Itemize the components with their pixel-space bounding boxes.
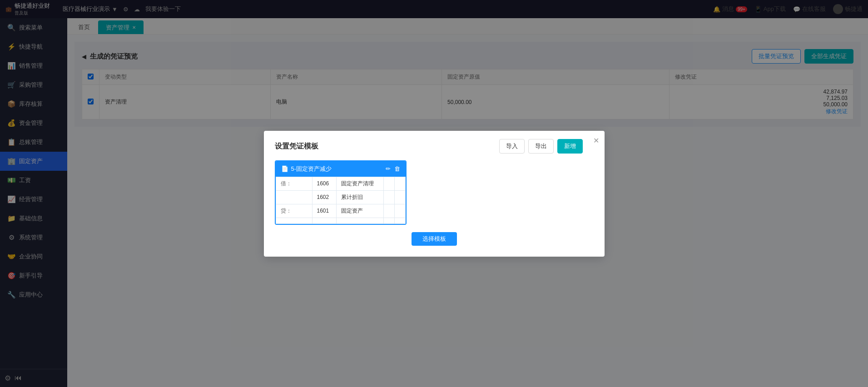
entry-debit-1 (384, 177, 395, 190)
entry-code-3: 1601 (312, 204, 337, 218)
select-template-btn[interactable]: 选择模板 (412, 232, 457, 246)
entry-credit-3 (394, 204, 405, 218)
modal-overlay: ✕ 设置凭证模板 导入 导出 新增 📄 5-固定资产减少 ✏ 🗑 (0, 0, 868, 387)
template-entry-row: 借： 1606 固定资产清理 (276, 177, 405, 190)
modal-close-btn[interactable]: ✕ (593, 136, 599, 145)
entry-credit-1 (394, 177, 405, 190)
template-entry-row: 1602 累计折旧 (276, 190, 405, 204)
entry-side-3: 贷： (276, 204, 312, 218)
entry-debit-2 (384, 190, 395, 204)
entry-name-1: 固定资产清理 (337, 177, 384, 190)
template-card-actions: ✏ 🗑 (386, 165, 400, 172)
entry-name-2: 累计折旧 (337, 190, 384, 204)
entry-credit-2 (394, 190, 405, 204)
template-entries-table: 借： 1606 固定资产清理 1602 累计折旧 (276, 177, 406, 224)
template-card-header: 📄 5-固定资产减少 ✏ 🗑 (276, 161, 406, 177)
template-card-body: 借： 1606 固定资产清理 1602 累计折旧 (276, 177, 406, 224)
template-id-name: 5-固定资产减少 (291, 165, 332, 173)
entry-code-2: 1602 (312, 190, 337, 204)
template-card: 📄 5-固定资产减少 ✏ 🗑 借： 1606 固定资产清 (275, 160, 407, 225)
template-entry-empty-row (276, 218, 405, 223)
entry-side-2 (276, 190, 312, 204)
template-card-header-left: 📄 5-固定资产减少 (281, 165, 332, 173)
entry-name-3: 固定资产 (337, 204, 384, 218)
template-entry-row: 贷： 1601 固定资产 (276, 204, 405, 218)
export-btn[interactable]: 导出 (528, 139, 554, 154)
new-btn[interactable]: 新增 (557, 139, 583, 154)
entry-side-1: 借： (276, 177, 312, 190)
entry-code-1: 1606 (312, 177, 337, 190)
template-edit-btn[interactable]: ✏ (386, 165, 391, 172)
modal: ✕ 设置凭证模板 导入 导出 新增 📄 5-固定资产减少 ✏ 🗑 (264, 131, 605, 257)
template-delete-btn[interactable]: 🗑 (394, 165, 400, 172)
import-btn[interactable]: 导入 (499, 139, 525, 154)
entry-debit-3 (384, 204, 395, 218)
modal-actions: 导入 导出 新增 (499, 139, 583, 154)
template-doc-icon: 📄 (281, 165, 288, 172)
